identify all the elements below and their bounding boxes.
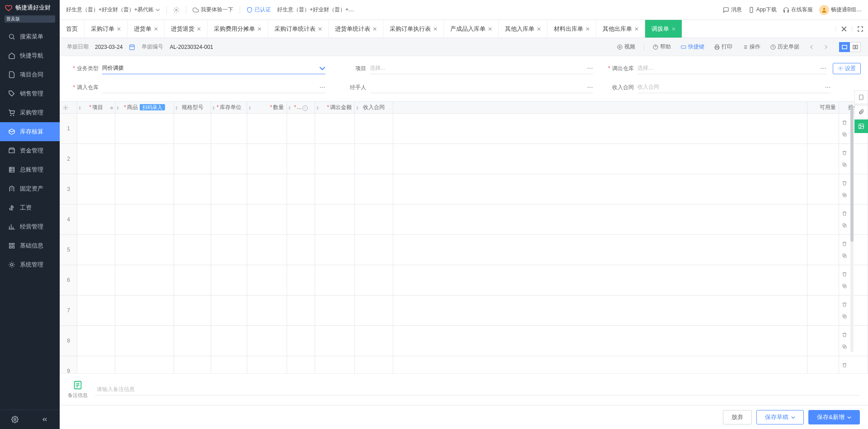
table-row[interactable]: 6 xyxy=(60,265,868,296)
tab[interactable]: 其他出库单 xyxy=(596,20,645,38)
in-warehouse-select[interactable]: ··· xyxy=(102,81,326,93)
product-combo[interactable]: 好生意（普）+好业财（普）+易代账 xyxy=(66,6,160,14)
remarks-input[interactable] xyxy=(95,384,860,396)
tool-help[interactable]: 帮助 xyxy=(651,43,673,51)
close-icon[interactable] xyxy=(197,27,201,31)
col-income-contract[interactable]: ▲▼收入合同 xyxy=(355,102,393,114)
close-icon[interactable] xyxy=(434,27,437,31)
fullscreen-button[interactable] xyxy=(852,26,868,32)
messages-link[interactable]: 消息 xyxy=(723,6,742,14)
col-qty[interactable]: ▲▼数量 xyxy=(247,102,287,114)
sidebar-item-wallet[interactable]: 资金管理 xyxy=(0,141,60,160)
tab[interactable]: 采购订单统计表 xyxy=(268,20,329,38)
out-warehouse-label: 调出仓库 xyxy=(602,65,634,72)
close-icon[interactable] xyxy=(635,27,638,31)
tab[interactable]: 进货单 xyxy=(127,20,165,38)
sidebar-item-cart[interactable]: 采购管理 xyxy=(0,103,60,122)
tab[interactable]: 首页 xyxy=(60,20,85,38)
rail-attach[interactable] xyxy=(854,105,868,119)
income-contract-select[interactable]: 收入合同 ··· xyxy=(637,81,831,93)
table-row[interactable]: 1 xyxy=(60,114,868,144)
tool-action[interactable]: 操作 xyxy=(741,43,762,51)
save-draft-button[interactable]: 保存草稿 xyxy=(756,410,804,424)
close-icon[interactable] xyxy=(537,27,541,31)
sidebar-item-box[interactable]: 库存核算 xyxy=(0,122,60,141)
col-gear[interactable] xyxy=(60,102,77,114)
topbar-gear[interactable] xyxy=(173,7,179,13)
tool-shortcut[interactable]: 快捷键 xyxy=(679,43,706,51)
tab[interactable]: 进货单统计表 xyxy=(329,20,383,38)
sidebar-item-doc[interactable]: 项目合同 xyxy=(0,65,60,84)
close-icon[interactable] xyxy=(488,27,492,31)
scrollbar[interactable] xyxy=(850,107,854,352)
product-combo-2[interactable]: 好生意（普）+好业财（普）+… xyxy=(277,6,354,14)
sidebar-item-ledger[interactable]: 总账管理 xyxy=(0,160,60,179)
user-menu[interactable]: 畅捷通B组… xyxy=(819,5,862,15)
out-warehouse-select[interactable]: 选择... ··· xyxy=(637,62,826,74)
close-icon[interactable] xyxy=(318,27,322,31)
col-extra[interactable]: ▲▼...i xyxy=(287,102,315,114)
tab[interactable]: 其他入库单 xyxy=(499,20,547,38)
sidebar-item-grid[interactable]: 基础信息 xyxy=(0,236,60,255)
calendar-icon[interactable] xyxy=(129,44,135,50)
tool-history[interactable]: 历史单据 xyxy=(769,43,801,51)
save-and-new-button[interactable]: 保存&新增 xyxy=(808,410,860,424)
table-row[interactable]: 5 xyxy=(60,235,868,265)
table-row[interactable]: 3 xyxy=(60,174,868,205)
rail-doc[interactable] xyxy=(854,91,868,104)
tab[interactable]: 采购订单执行表 xyxy=(383,20,444,38)
close-all-tabs[interactable] xyxy=(835,26,852,32)
col-spec[interactable]: ▲▼规格型号 xyxy=(174,102,211,114)
tool-video[interactable]: 视频 xyxy=(615,43,637,51)
doc-date-value[interactable]: 2023-03-24 xyxy=(95,44,123,50)
project-select[interactable]: 选择... ··· xyxy=(370,62,593,74)
settings-toggle[interactable] xyxy=(0,410,30,429)
col-unit[interactable]: ▲▼库存单位 xyxy=(211,102,247,114)
sidebar-item-gear[interactable]: 系统管理 xyxy=(0,255,60,274)
close-icon[interactable] xyxy=(154,27,158,31)
col-project[interactable]: ▲▼项目 xyxy=(77,102,115,114)
tab[interactable]: 产成品入库单 xyxy=(444,20,499,38)
col-product[interactable]: ▲▼商品扫码录入 xyxy=(115,102,174,114)
biz-type-select[interactable]: 同价调拨 xyxy=(102,62,326,74)
scan-entry-badge[interactable]: 扫码录入 xyxy=(140,104,165,110)
tool-print[interactable]: 打印 xyxy=(712,43,734,51)
nav-prev[interactable] xyxy=(807,45,816,49)
sidebar-item-tag[interactable]: 销售管理 xyxy=(0,84,60,103)
tab[interactable]: 采购费用分摊单 xyxy=(208,20,268,38)
sidebar-item-money[interactable]: 工资 xyxy=(0,198,60,217)
sidebar-item-search[interactable]: 搜索菜单 xyxy=(0,27,60,46)
sidebar-item-chart[interactable]: 经营管理 xyxy=(0,217,60,236)
collapse-sidebar[interactable] xyxy=(30,410,60,429)
table-row[interactable]: 8 xyxy=(60,326,868,356)
settings-button[interactable]: 设置 xyxy=(833,63,861,74)
col-out-amount[interactable]: ▲▼调出金额 xyxy=(315,102,355,114)
tab[interactable]: 进货退货 xyxy=(165,20,208,38)
handler-select[interactable]: ··· xyxy=(370,81,593,93)
try-link[interactable]: 我要体验一下 xyxy=(193,6,233,14)
close-icon[interactable] xyxy=(258,27,261,31)
table-row[interactable]: 4 xyxy=(60,205,868,235)
close-icon[interactable] xyxy=(373,27,377,31)
app-download-link[interactable]: App下载 xyxy=(748,6,777,14)
table-row[interactable]: 9 xyxy=(60,356,868,374)
sidebar-item-home[interactable]: 快捷导航 xyxy=(0,46,60,65)
view-split[interactable] xyxy=(850,42,861,52)
support-link[interactable]: 在线客服 xyxy=(783,6,813,14)
expand-icon xyxy=(858,26,863,32)
sidebar-item-building[interactable]: 固定资产 xyxy=(0,179,60,198)
tab[interactable]: 采购订单 xyxy=(85,20,127,38)
discard-button[interactable]: 放弃 xyxy=(723,410,752,424)
table-row[interactable]: 2 xyxy=(60,144,868,174)
delete-row-icon[interactable] xyxy=(842,362,865,368)
nav-next[interactable] xyxy=(822,45,830,49)
table-row[interactable]: 7 xyxy=(60,296,868,326)
col-available[interactable]: 可用量 xyxy=(807,102,839,114)
tab[interactable]: 材料出库单 xyxy=(547,20,596,38)
tab[interactable]: 调拨单 xyxy=(645,20,682,38)
close-icon[interactable] xyxy=(672,27,675,31)
close-icon[interactable] xyxy=(117,27,121,31)
close-icon[interactable] xyxy=(586,27,590,31)
view-single[interactable] xyxy=(839,42,850,52)
rail-image[interactable] xyxy=(854,119,868,133)
